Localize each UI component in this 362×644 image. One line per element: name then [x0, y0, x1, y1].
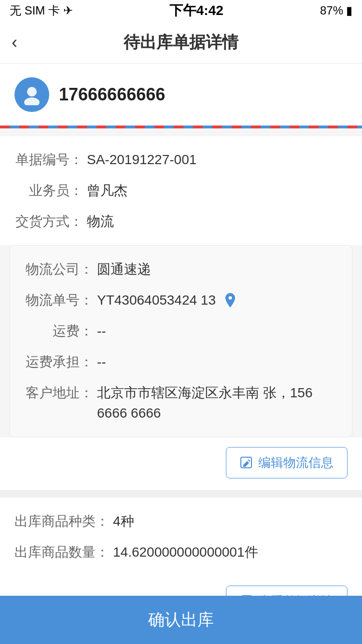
avatar	[14, 77, 49, 112]
freight-value: --	[97, 321, 337, 341]
location-icon	[222, 292, 239, 309]
delivery-method-label: 交货方式：	[14, 211, 87, 232]
edit-logistics-area: 编辑物流信息	[0, 437, 362, 490]
freight-bearer-value: --	[97, 352, 337, 372]
back-button[interactable]: ‹	[12, 32, 17, 53]
svg-point-0	[27, 87, 37, 97]
user-header: 17666666666	[0, 64, 362, 126]
page-content: 17666666666 单据编号： SA-20191227-001 业务员： 曾…	[0, 64, 362, 644]
freight-bearer-row: 运费承担： --	[25, 352, 337, 372]
battery-icon: ▮	[346, 4, 352, 17]
status-time: 下午4:42	[169, 1, 223, 20]
confirm-bar[interactable]: 确认出库	[0, 596, 362, 644]
status-right: 87% ▮	[320, 4, 352, 17]
address-row: 客户地址： 北京市市辖区海淀区永丰南 张，156 6666 6666	[25, 383, 337, 423]
logistics-company-label: 物流公司：	[25, 259, 97, 280]
document-number-label: 单据编号：	[14, 150, 87, 170]
freight-row: 运费： --	[25, 321, 337, 341]
item-quantity-label: 出库商品数量：	[14, 542, 113, 562]
salesperson-label: 业务员：	[14, 181, 87, 201]
dashed-divider	[0, 126, 362, 128]
tracking-number-row: 物流单号： YT43064053424 13	[25, 290, 337, 310]
status-bar: 无 SIM 卡 ✈ 下午4:42 87% ▮	[0, 0, 362, 21]
delivery-method-value: 物流	[87, 211, 348, 232]
user-phone: 17666666666	[59, 84, 165, 105]
edit-icon	[240, 456, 253, 470]
confirm-button-label: 确认出库	[148, 609, 214, 631]
item-types-value: 4种	[113, 511, 348, 532]
svg-point-1	[24, 98, 40, 105]
address-label: 客户地址：	[25, 383, 97, 403]
logistics-company-row: 物流公司： 圆通速递	[25, 259, 337, 280]
address-value: 北京市市辖区海淀区永丰南 张，156 6666 6666	[97, 383, 337, 423]
outbound-stats-section: 出库商品种类： 4种 出库商品数量： 14.620000000000001件	[0, 498, 362, 576]
tracking-number-value: YT43064053424 13	[97, 290, 337, 310]
order-info-section: 单据编号： SA-20191227-001 业务员： 曾凡杰 交货方式： 物流	[0, 136, 362, 245]
edit-logistics-button[interactable]: 编辑物流信息	[226, 447, 348, 478]
freight-bearer-label: 运费承担：	[25, 352, 97, 372]
page-title: 待出库单据详情	[124, 31, 238, 54]
item-types-row: 出库商品种类： 4种	[14, 511, 348, 532]
salesperson-value: 曾凡杰	[87, 181, 348, 201]
salesperson-row: 业务员： 曾凡杰	[14, 181, 348, 201]
freight-label: 运费：	[25, 321, 97, 341]
logistics-section: 物流公司： 圆通速递 物流单号： YT43064053424 13 运费： --…	[10, 245, 352, 437]
status-left: 无 SIM 卡 ✈	[10, 3, 73, 18]
delivery-method-row: 交货方式： 物流	[14, 211, 348, 232]
tracking-number-label: 物流单号：	[25, 290, 97, 310]
section-divider	[0, 490, 362, 498]
nav-bar: ‹ 待出库单据详情	[0, 21, 362, 64]
sim-status: 无 SIM 卡 ✈	[10, 3, 73, 18]
item-quantity-row: 出库商品数量： 14.620000000000001件	[14, 542, 348, 562]
battery-level: 87%	[320, 4, 343, 17]
item-types-label: 出库商品种类：	[14, 511, 113, 532]
item-quantity-value: 14.620000000000001件	[113, 542, 348, 562]
logistics-company-value: 圆通速递	[97, 259, 337, 280]
document-number-row: 单据编号： SA-20191227-001	[14, 150, 348, 170]
document-number-value: SA-20191227-001	[87, 150, 348, 170]
